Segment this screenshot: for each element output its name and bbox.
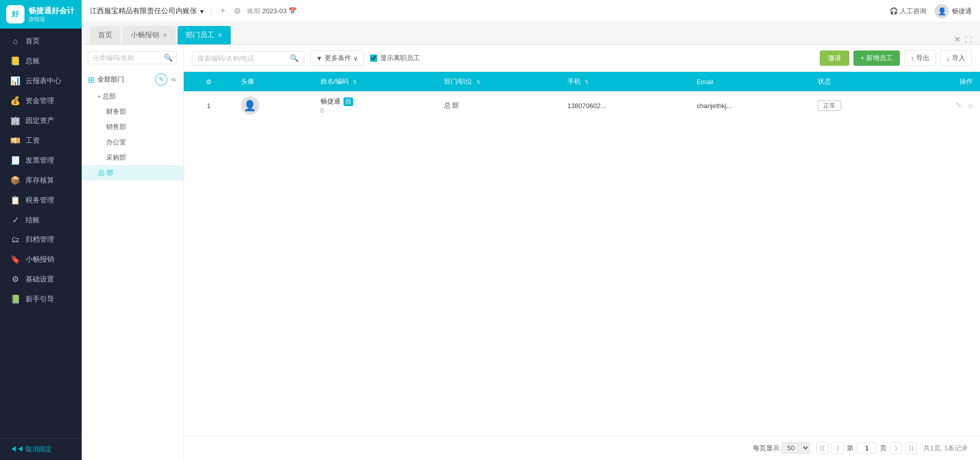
inventory-icon: 📦 [10,175,20,185]
import-icon: ↓ [947,55,950,62]
export-icon: ↑ [911,55,914,62]
edit-button[interactable]: ✎ [955,101,962,110]
row-index: 1 [184,91,234,120]
sidebar-item-label: 总账 [26,57,40,66]
sidebar-item-ledger[interactable]: 📒 总账 [0,51,82,71]
calendar-icon[interactable]: 📅 [288,7,297,15]
col-name[interactable]: 姓名/编码 ⇅ [313,72,437,91]
row-phone: 138070602... [560,91,690,120]
col-phone[interactable]: 手机 ⇅ [560,72,690,91]
sidebar-item-funds[interactable]: 💰 资金管理 [0,91,82,111]
tabbar-actions: ✕ ⛶ [954,35,972,44]
assets-icon: 🏢 [10,116,20,125]
sidebar-item-label: 小畅报销 [26,255,54,264]
page-number-input[interactable] [856,443,877,453]
sidebar-item-assets[interactable]: 🏢 固定资产 [0,111,82,131]
tab-expense[interactable]: 小畅报销 ✕ [122,26,176,44]
close-tab-expense[interactable]: ✕ [162,32,167,39]
sidebar-item-settings[interactable]: ⚙ 基础设置 [0,269,82,289]
row-avatar: 👤 [234,91,313,120]
invite-button[interactable]: 邀请 [820,50,849,66]
col-settings[interactable]: ⚙ [184,72,234,91]
close-window-icon[interactable]: ✕ [954,35,961,44]
search-icon[interactable]: 🔍 [164,54,173,62]
export-button[interactable]: ↑ 导出 [904,50,936,66]
show-resigned-checkbox-label[interactable]: 显示离职员工 [370,54,420,63]
sidebar-item-guide[interactable]: 📗 新手引导 [0,289,82,309]
sidebar-nav: ⌂ 首页📒 总账📊 云报表中心💰 资金管理🏢 固定资产💴 工资🧾 发票管理📦 [0,29,82,438]
sidebar-item-archive[interactable]: 🗂 归档管理 [0,230,82,249]
sidebar-item-inventory[interactable]: 📦 库存核算 [0,170,82,190]
show-resigned-checkbox[interactable] [370,55,377,62]
right-panel: 🔍 ▼ 更多条件 ∨ 显示离职员工 邀请 + 新增员工 ↑ 导出 [184,45,980,460]
user-menu[interactable]: 👤 畅捷通 [935,4,972,18]
dept-badge: 部 [344,97,353,106]
collapse-icon[interactable]: ≪ [170,76,177,83]
archive-icon: 🗂 [10,235,20,244]
dept-item-sales[interactable]: 销售部 [90,119,183,135]
sidebar-item-settlement[interactable]: ✓ 结账 [0,210,82,230]
expand-icon[interactable]: ⛶ [965,36,972,44]
import-button[interactable]: ↓ 导入 [940,50,972,66]
guide-icon: 📗 [10,294,20,304]
sidebar: 好 畅捷通好会计 旗舰版 ⌂ 首页📒 总账📊 云报表中心💰 资金管理🏢 固定资产… [0,0,82,460]
sidebar-logo: 好 畅捷通好会计 旗舰版 [0,0,82,29]
employee-table: ⚙ 头像 姓名/编码 ⇅ 部门/职位 ⇅ 手机 [184,72,980,120]
logo-text: 畅捷通好会计 [29,6,75,15]
sidebar-item-reports[interactable]: 📊 云报表中心 [0,71,82,91]
tax-icon: 📋 [10,195,20,205]
last-page-button[interactable]: ⟩⟩ [905,442,917,454]
dept-search-box: 🔍 [88,51,177,64]
tabbar: 首页 小畅报销 ✕ 部门员工 ✕ ✕ ⛶ [82,22,980,45]
col-dept[interactable]: 部门/职位 ⇅ [437,72,560,91]
dept-item-headquarters[interactable]: 总 部 [82,165,183,181]
logo-sub: 旗舰版 [29,15,75,23]
close-tab-employees[interactable]: ✕ [217,32,223,39]
filter-button[interactable]: ▼ 更多条件 ∨ [310,50,364,66]
sidebar-item-label: 首页 [26,37,40,46]
dept-edit-button[interactable]: ✎ [155,73,167,86]
dept-group-zongbu: ▾ 总部 财务部 销售部 办公室 采购部 [82,89,183,165]
content-area: 🔍 ⊞ 全部部门 ✎ ≪ ▾ 总部 财务部 销售部 办公室 [82,45,980,460]
table-row: 1 👤 畅捷通 部 0 总 部 138070602... chanjethkj.… [184,91,980,120]
next-page-button[interactable]: ⟩ [890,442,902,454]
all-departments-header[interactable]: ⊞ 全部部门 ✎ ≪ [82,70,183,89]
sidebar-item-label: 工资 [26,136,40,145]
tab-employees[interactable]: 部门员工 ✕ [178,26,231,44]
tab-home[interactable]: 首页 [90,26,120,44]
invoice-icon: 🧾 [10,156,20,165]
dept-item-purchase[interactable]: 采购部 [90,150,183,165]
settings-icon[interactable]: ⚙ [234,6,241,16]
add-tab-button[interactable]: + [218,6,228,16]
prev-page-button[interactable]: ⟨ [831,442,844,454]
sidebar-item-invoice[interactable]: 🧾 发票管理 [0,150,82,170]
dept-group-header-zongbu[interactable]: ▾ 总部 [90,89,183,104]
sidebar-item-label: 发票管理 [26,156,54,165]
first-page-button[interactable]: ⟨⟨ [816,442,828,454]
employee-search-input[interactable] [198,55,287,62]
main-area: 江西服宝精品有限责任公司内账张 ▾ | + ⚙ 账期 2023-03 📅 🎧 人… [82,0,980,460]
dept-item-office[interactable]: 办公室 [90,135,183,150]
sidebar-item-home[interactable]: ⌂ 首页 [0,32,82,51]
sidebar-item-label: 资金管理 [26,96,54,106]
dept-search-input[interactable] [92,54,161,62]
consult-button[interactable]: 🎧 人工咨询 [890,7,926,16]
sidebar-item-tax[interactable]: 📋 税务管理 [0,190,82,210]
headset-icon: 🎧 [890,7,898,15]
toolbar-right: 邀请 + 新增员工 ↑ 导出 ↓ 导入 [820,50,972,66]
grid-icon: ⊞ [88,75,94,85]
employee-table-wrapper: ⚙ 头像 姓名/编码 ⇅ 部门/职位 ⇅ 手机 [184,72,980,436]
dept-item-finance[interactable]: 财务部 [90,104,183,119]
logout-button[interactable]: ⎋ [968,101,973,110]
ledger-icon: 📒 [10,56,20,66]
sidebar-bottom[interactable]: ◀◀ 取消固定 [0,438,82,460]
sidebar-item-expense[interactable]: 🔖 小畅报销 [0,249,82,269]
add-employee-button[interactable]: + 新增员工 [853,50,900,66]
per-page-dropdown[interactable]: 50 100 200 [781,442,810,454]
logo-icon: 好 [6,5,24,23]
sidebar-item-salary[interactable]: 💴 工资 [0,131,82,150]
topbar-company[interactable]: 江西服宝精品有限责任公司内账张 ▾ [90,7,204,16]
topbar-right: 🎧 人工咨询 👤 畅捷通 [890,4,972,18]
search-icon[interactable]: 🔍 [290,54,299,62]
left-panel: 🔍 ⊞ 全部部门 ✎ ≪ ▾ 总部 财务部 销售部 办公室 [82,45,184,460]
